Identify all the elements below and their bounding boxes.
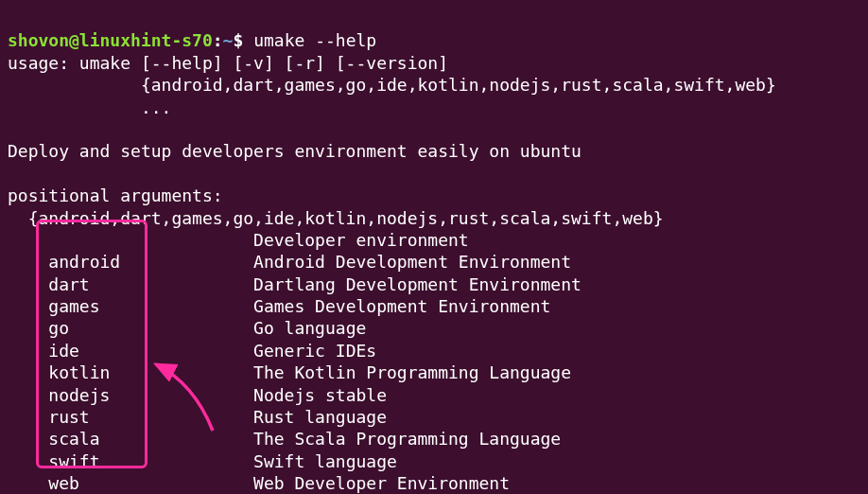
command-text: umake --help [253, 30, 376, 50]
arg-desc: Web Developer Environment [253, 473, 510, 493]
prompt-dollar: $ [233, 30, 253, 50]
developer-env-label: Developer environment [8, 230, 469, 250]
arg-key: ide [8, 341, 253, 361]
arg-key: games [8, 296, 253, 316]
arg-key: dart [8, 274, 253, 294]
arg-row: scala The Scala Programming Language [8, 429, 561, 449]
arg-key: swift [8, 451, 253, 471]
arg-desc: Games Development Environment [253, 296, 550, 316]
arg-desc: Go language [253, 318, 366, 338]
arg-row: games Games Development Environment [8, 296, 550, 316]
description-text: Deploy and setup developers environment … [8, 141, 582, 161]
arg-desc: The Scala Programming Language [253, 429, 561, 449]
arg-row: rust Rust language [8, 407, 387, 427]
arg-desc: Rust language [253, 407, 387, 427]
arg-key: scala [8, 429, 253, 449]
arg-key: android [8, 252, 253, 272]
usage-line-1: usage: umake [--help] [-v] [-r] [--versi… [8, 53, 448, 73]
arg-desc: The Kotlin Programming Language [253, 362, 571, 382]
terminal-output: shovon@linuxhint-s70:~$ umake --help usa… [8, 8, 860, 494]
arg-desc: Swift language [253, 451, 397, 471]
arg-row: ide Generic IDEs [8, 341, 376, 361]
arg-row: dart Dartlang Development Environment [8, 274, 582, 294]
usage-line-3: ... [8, 97, 171, 117]
usage-line-2: {android,dart,games,go,ide,kotlin,nodejs… [8, 75, 776, 95]
arg-row: go Go language [8, 318, 366, 338]
prompt-user: shovon@linuxhint-s70 [8, 30, 213, 50]
prompt-path: ~ [223, 30, 234, 50]
positional-header: positional arguments: [8, 185, 223, 205]
prompt-colon: : [213, 30, 223, 50]
arg-row: nodejs Nodejs stable [8, 385, 387, 405]
arg-row: android Android Development Environment [8, 252, 571, 272]
arg-row: kotlin The Kotlin Programming Language [8, 362, 571, 382]
arg-key: kotlin [8, 362, 253, 382]
arg-key: rust [8, 407, 253, 427]
arg-row: swift Swift language [8, 451, 397, 471]
arg-row: web Web Developer Environment [8, 473, 510, 493]
arg-key: go [8, 318, 253, 338]
arg-desc: Android Development Environment [253, 252, 571, 272]
arg-desc: Generic IDEs [253, 341, 376, 361]
arg-key: nodejs [8, 385, 253, 405]
arg-key: web [8, 473, 253, 493]
positional-choices: {android,dart,games,go,ide,kotlin,nodejs… [8, 208, 664, 228]
arg-desc: Nodejs stable [253, 385, 387, 405]
arg-desc: Dartlang Development Environment [253, 274, 582, 294]
